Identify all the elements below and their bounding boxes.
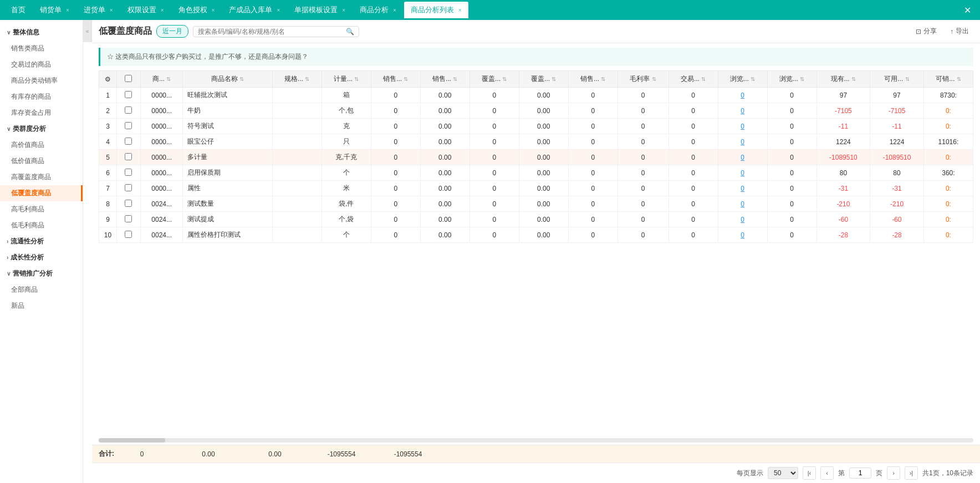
time-filter-button[interactable]: 近一月 — [156, 25, 188, 38]
nav-tab-product-analysis[interactable]: 商品分析 × — [353, 2, 403, 18]
sidebar-item-traded-products[interactable]: 交易过的商品 — [0, 57, 83, 73]
row-checkbox[interactable] — [125, 231, 132, 238]
row-checkbox-cell[interactable] — [117, 212, 141, 227]
row-views1-cell[interactable]: 0 — [718, 88, 767, 103]
page-first-button[interactable]: |‹ — [803, 466, 816, 480]
sidebar-item-sales-products[interactable]: 销售类商品 — [0, 40, 83, 57]
sidebar-section-overall[interactable]: ∨ 整体信息 — [0, 24, 83, 40]
row-checkbox-cell[interactable] — [117, 88, 141, 103]
row-checkbox[interactable] — [125, 215, 132, 222]
nav-tab-purchase-close[interactable]: × — [110, 7, 113, 13]
saleable-column-header[interactable]: 可销... ⇅ — [923, 71, 973, 88]
name-column-header[interactable]: 商品名称 ⇅ — [183, 71, 272, 88]
nav-tab-permissions-close[interactable]: × — [161, 7, 164, 13]
row-checkbox[interactable] — [125, 91, 132, 98]
sales-qty-column-header[interactable]: 销售... ⇅ — [371, 71, 420, 88]
unit-column-header[interactable]: 计量... ⇅ — [321, 71, 371, 88]
row-checkbox[interactable] — [125, 138, 132, 145]
sidebar-item-high-margin[interactable]: 高毛利商品 — [0, 201, 83, 217]
row-checkbox-cell[interactable] — [117, 227, 141, 243]
sidebar-item-low-value[interactable]: 低价值商品 — [0, 153, 83, 169]
coverage2-column-header[interactable]: 覆盖... ⇅ — [519, 71, 568, 88]
code-column-header[interactable]: 商... ⇅ — [140, 71, 183, 88]
page-prev-button[interactable]: ‹ — [820, 466, 834, 480]
sidebar-section-liquidity[interactable]: › 流通性分析 — [0, 233, 83, 250]
sidebar-section-growth[interactable]: › 成长性分析 — [0, 250, 83, 266]
page-next-button[interactable]: › — [887, 466, 900, 480]
row-checkbox[interactable] — [125, 200, 132, 207]
transaction-column-header[interactable]: 交易... ⇅ — [668, 71, 718, 88]
row-checkbox-cell[interactable] — [117, 134, 141, 150]
row-sales-amt-cell: 0.00 — [420, 150, 469, 165]
sidebar-item-category-activity[interactable]: 商品分类动销率 — [0, 73, 83, 89]
nav-tab-analysis-list-close[interactable]: × — [458, 7, 462, 13]
current-stock-column-header[interactable]: 现有... ⇅ — [816, 71, 870, 88]
settings-column-header[interactable]: ⚙ — [99, 71, 117, 88]
nav-tab-template[interactable]: 单据模板设置 × — [288, 2, 352, 18]
nav-tab-roles[interactable]: 角色授权 × — [172, 2, 222, 18]
nav-close-all-button[interactable]: ✕ — [959, 3, 976, 18]
sidebar-item-all-products[interactable]: 全部商品 — [0, 282, 83, 298]
search-icon[interactable]: 🔍 — [346, 28, 354, 35]
available-stock-column-header[interactable]: 可用... ⇅ — [870, 71, 924, 88]
sidebar-section-cluster[interactable]: ∨ 类群度分析 — [0, 121, 83, 137]
row-checkbox-cell[interactable] — [117, 119, 141, 134]
nav-tab-product-analysis-close[interactable]: × — [393, 7, 396, 13]
views2-column-header[interactable]: 浏览... ⇅ — [767, 71, 816, 88]
nav-tab-template-close[interactable]: × — [342, 7, 345, 13]
row-checkbox-cell[interactable] — [117, 181, 141, 196]
views1-column-header[interactable]: 浏览... ⇅ — [718, 71, 767, 88]
row-views1-cell[interactable]: 0 — [718, 103, 767, 119]
row-views1-cell[interactable]: 0 — [718, 181, 767, 196]
sales3-column-header[interactable]: 销售... ⇅ — [568, 71, 617, 88]
horizontal-scrollbar-track[interactable] — [99, 438, 973, 443]
nav-tab-sales[interactable]: 销货单 × — [33, 2, 76, 18]
row-views1-cell[interactable]: 0 — [718, 134, 767, 150]
nav-tab-purchase[interactable]: 进货单 × — [77, 2, 120, 18]
sidebar-item-stock-capital[interactable]: 库存资金占用 — [0, 105, 83, 121]
row-views1-cell[interactable]: 0 — [718, 212, 767, 227]
select-all-checkbox[interactable] — [125, 75, 132, 82]
row-checkbox[interactable] — [125, 184, 132, 191]
sidebar-item-high-coverage[interactable]: 高覆盖度商品 — [0, 169, 83, 185]
nav-tab-analysis-list[interactable]: 商品分析列表 × — [404, 2, 468, 18]
nav-tab-permissions[interactable]: 权限设置 × — [121, 2, 171, 18]
row-checkbox[interactable] — [125, 106, 132, 114]
sidebar-item-new-products[interactable]: 新品 — [0, 298, 83, 314]
row-views1-cell[interactable]: 0 — [718, 119, 767, 134]
row-checkbox[interactable] — [125, 122, 132, 129]
sidebar-collapse-button[interactable]: « — [83, 20, 92, 42]
row-checkbox[interactable] — [125, 153, 132, 160]
nav-tab-inventory-close[interactable]: × — [277, 7, 280, 13]
nav-tab-home[interactable]: 首页 — [4, 2, 32, 18]
horizontal-scrollbar-thumb[interactable] — [99, 438, 165, 443]
nav-tab-sales-close[interactable]: × — [66, 7, 69, 13]
spec-column-header[interactable]: 规格... ⇅ — [272, 71, 321, 88]
sidebar-item-low-coverage[interactable]: 低覆盖度商品 — [0, 185, 83, 201]
row-views1-cell[interactable]: 0 — [718, 150, 767, 165]
sidebar-item-stocked-products[interactable]: 有库存的商品 — [0, 89, 83, 105]
nav-tab-inventory[interactable]: 产成品入库单 × — [222, 2, 287, 18]
page-number-input[interactable] — [849, 467, 871, 479]
row-checkbox-cell[interactable] — [117, 150, 141, 165]
sales-amt-column-header[interactable]: 销售... ⇅ — [420, 71, 469, 88]
page-size-select[interactable]: 50 100 — [768, 467, 798, 479]
row-checkbox-cell[interactable] — [117, 103, 141, 119]
row-checkbox-cell[interactable] — [117, 196, 141, 212]
export-button[interactable]: ↑ 导出 — [946, 24, 973, 38]
row-views1-cell[interactable]: 0 — [718, 165, 767, 181]
row-checkbox[interactable] — [125, 169, 132, 176]
row-views1-cell[interactable]: 0 — [718, 196, 767, 212]
sidebar-item-low-margin[interactable]: 低毛利商品 — [0, 217, 83, 233]
nav-tab-roles-close[interactable]: × — [212, 7, 215, 13]
page-last-button[interactable]: ›| — [905, 466, 918, 480]
row-views1-cell[interactable]: 0 — [718, 227, 767, 243]
checkbox-column-header[interactable] — [117, 71, 141, 88]
share-button[interactable]: ⊡ 分享 — [911, 24, 941, 38]
coverage1-column-header[interactable]: 覆盖... ⇅ — [469, 71, 519, 88]
gross-margin-column-header[interactable]: 毛利率 ⇅ — [617, 71, 668, 88]
search-input[interactable] — [198, 28, 344, 35]
row-checkbox-cell[interactable] — [117, 165, 141, 181]
sidebar-item-high-value[interactable]: 高价值商品 — [0, 137, 83, 153]
sidebar-section-marketing[interactable]: ∨ 营销推广分析 — [0, 266, 83, 282]
